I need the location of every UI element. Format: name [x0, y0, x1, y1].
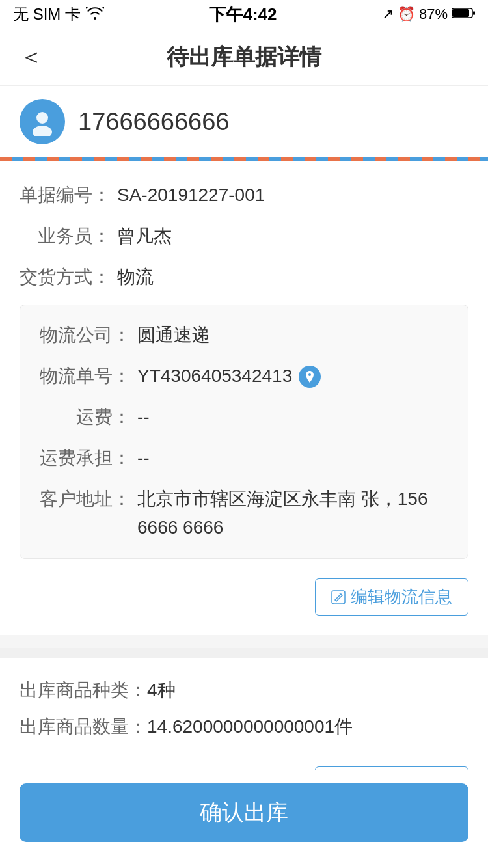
- freight-label: 运费：: [40, 403, 131, 432]
- status-time: 下午4:42: [209, 3, 277, 26]
- wifi-icon: [86, 5, 104, 23]
- status-right: ↗ ⏰ 87%: [382, 6, 475, 23]
- page-title: 待出库单据详情: [167, 42, 321, 72]
- svg-rect-1: [452, 9, 469, 17]
- goods-quantity-row: 出库商品数量： 14.62000000000000​01件: [20, 714, 468, 739]
- logistics-tracking-row: 物流单号： YT43064053424​13: [40, 362, 448, 391]
- user-header: 17666666666: [0, 86, 488, 157]
- goods-quantity-value: 14.62000000000000​01件: [147, 714, 353, 739]
- edit-btn-label: 编辑物流信息: [351, 586, 452, 608]
- nav-bar: ＜ 待出库单据详情: [0, 29, 488, 86]
- freight-bear-row: 运费承担： --: [40, 444, 448, 473]
- delivery-label: 交货方式：: [20, 263, 111, 292]
- confirm-btn-label: 确认出库: [200, 798, 288, 828]
- svg-rect-2: [473, 11, 475, 15]
- freight-row: 运费： --: [40, 403, 448, 432]
- address-label: 客户地址：: [40, 485, 131, 514]
- edit-logistics-button[interactable]: 编辑物流信息: [315, 578, 468, 616]
- logistics-company-label: 物流公司：: [40, 321, 131, 350]
- agent-label: 业务员：: [20, 222, 111, 251]
- goods-type-row: 出库商品种类： 4种: [20, 678, 468, 703]
- document-number-label: 单据编号：: [20, 181, 111, 210]
- delivery-value: 物流: [111, 263, 468, 292]
- freight-value: --: [131, 403, 448, 432]
- section-divider: [0, 648, 488, 658]
- alarm-icon: ⏰: [398, 6, 415, 23]
- goods-type-value: 4种: [147, 678, 176, 703]
- freight-bear-value: --: [131, 444, 448, 473]
- document-number-value: SA-20191227-001: [111, 181, 468, 210]
- logistics-company-row: 物流公司： 圆通速递: [40, 321, 448, 350]
- user-phone: 17666666666: [78, 108, 229, 136]
- confirm-outbound-button[interactable]: 确认出库: [20, 783, 468, 842]
- delivery-row: 交货方式： 物流: [20, 263, 468, 292]
- logistics-company-value: 圆通速递: [131, 321, 448, 350]
- svg-point-3: [36, 112, 48, 124]
- avatar: [20, 99, 65, 144]
- document-number-row: 单据编号： SA-20191227-001: [20, 181, 468, 210]
- edit-btn-row: 编辑物流信息: [20, 572, 468, 616]
- location-pin-icon[interactable]: [299, 366, 321, 388]
- goods-type-label: 出库商品种类：: [20, 678, 147, 703]
- back-button[interactable]: ＜: [20, 34, 49, 79]
- location-icon: ↗: [382, 6, 394, 23]
- logistics-tracking-value: YT43064053424​13: [131, 362, 448, 391]
- status-left: 无 SIM 卡: [13, 4, 104, 25]
- battery-label: 87%: [419, 6, 448, 23]
- logistics-tracking-label: 物流单号：: [40, 362, 131, 391]
- address-row: 客户地址： 北京市市辖区海淀区永丰南 张，156 6666 6666: [40, 485, 448, 543]
- svg-point-4: [33, 126, 52, 136]
- agent-value: 曾凡杰: [111, 222, 468, 251]
- address-value: 北京市市辖区海淀区永丰南 张，156 6666 6666: [131, 485, 448, 543]
- goods-quantity-label: 出库商品数量：: [20, 714, 147, 739]
- agent-row: 业务员： 曾凡杰: [20, 222, 468, 251]
- freight-bear-label: 运费承担：: [40, 444, 131, 473]
- logistics-card: 物流公司： 圆通速递 物流单号： YT43064053424​13 运费： --: [20, 305, 468, 559]
- confirm-btn-container: 确认出库: [0, 770, 488, 868]
- document-info-section: 单据编号： SA-20191227-001 业务员： 曾凡杰 交货方式： 物流 …: [0, 161, 488, 635]
- carrier-label: 无 SIM 卡: [13, 4, 81, 25]
- status-bar: 无 SIM 卡 下午4:42 ↗ ⏰ 87%: [0, 0, 488, 29]
- battery-icon: [452, 6, 475, 23]
